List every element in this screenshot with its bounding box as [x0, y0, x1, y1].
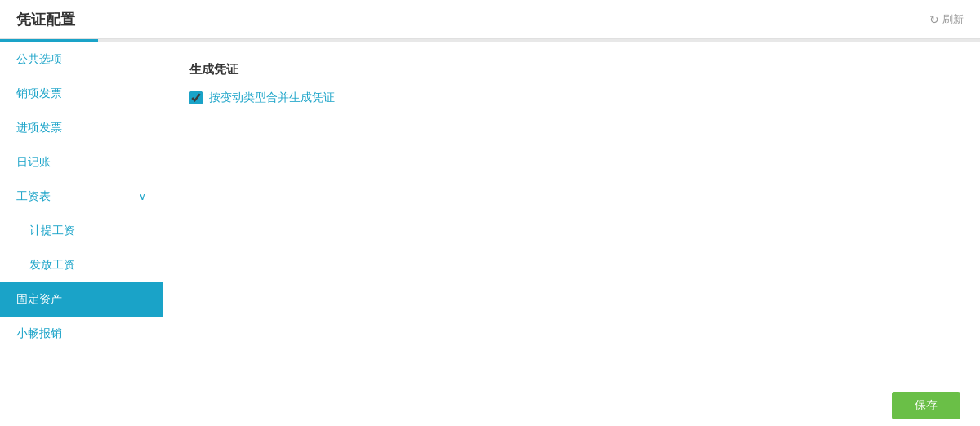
- sidebar-label-payroll-calc: 计提工资: [29, 224, 75, 238]
- merge-by-type-checkbox[interactable]: [189, 91, 203, 104]
- refresh-button[interactable]: ↻ 刷新: [929, 12, 964, 27]
- refresh-label: 刷新: [942, 12, 964, 27]
- refresh-icon: ↻: [929, 13, 939, 26]
- sidebar-label-payroll-pay: 发放工资: [29, 258, 75, 273]
- sidebar-item-payroll-table[interactable]: 工资表∨: [0, 180, 163, 214]
- sidebar-item-public-options[interactable]: 公共选项: [0, 42, 163, 77]
- content-area: 生成凭证 按变动类型合并生成凭证: [163, 42, 980, 384]
- sidebar-item-payroll-pay[interactable]: 发放工资: [0, 248, 163, 282]
- sidebar-label-fixed-assets: 固定资产: [16, 292, 62, 307]
- sidebar-label-journal: 日记账: [16, 155, 51, 170]
- page-footer: 保存: [0, 384, 980, 426]
- sidebar-item-payroll-calc[interactable]: 计提工资: [0, 214, 163, 248]
- checkbox-row: 按变动类型合并生成凭证: [189, 91, 954, 105]
- section-title: 生成凭证: [189, 62, 954, 78]
- merge-by-type-label[interactable]: 按变动类型合并生成凭证: [209, 91, 335, 105]
- page-title: 凭证配置: [16, 10, 75, 29]
- sidebar-label-sales-invoice: 销项发票: [16, 87, 62, 101]
- sidebar-item-expense-report[interactable]: 小畅报销: [0, 317, 163, 351]
- main-layout: 公共选项销项发票进项发票日记账工资表∨计提工资发放工资固定资产小畅报销 生成凭证…: [0, 42, 980, 384]
- sidebar-item-journal[interactable]: 日记账: [0, 145, 163, 180]
- page-header: 凭证配置 ↻ 刷新: [0, 0, 980, 39]
- sidebar-item-purchase-invoice[interactable]: 进项发票: [0, 111, 163, 145]
- sidebar-label-public-options: 公共选项: [16, 52, 62, 67]
- section-divider: [189, 122, 954, 122]
- sidebar-item-fixed-assets[interactable]: 固定资产: [0, 282, 163, 317]
- chevron-down-icon: ∨: [139, 191, 146, 202]
- sidebar-label-purchase-invoice: 进项发票: [16, 121, 62, 135]
- sidebar-label-expense-report: 小畅报销: [16, 326, 62, 341]
- sidebar: 公共选项销项发票进项发票日记账工资表∨计提工资发放工资固定资产小畅报销: [0, 42, 163, 384]
- sidebar-item-sales-invoice[interactable]: 销项发票: [0, 77, 163, 111]
- sidebar-label-payroll-table: 工资表: [16, 189, 51, 204]
- save-button[interactable]: 保存: [892, 392, 960, 419]
